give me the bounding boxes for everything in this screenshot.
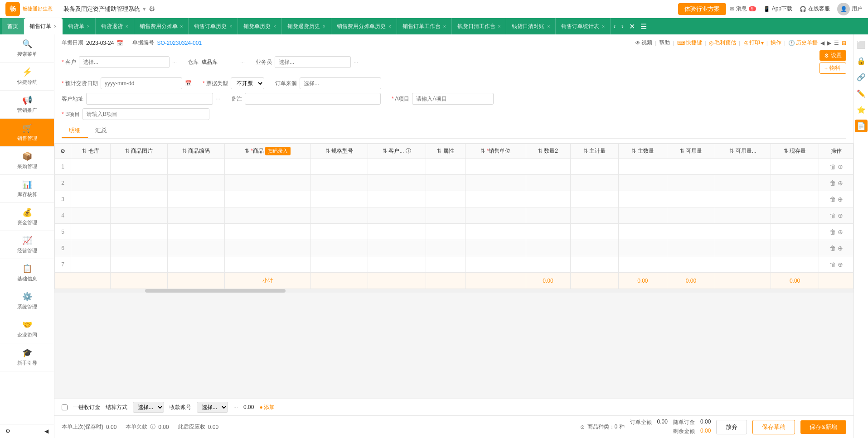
close-icon[interactable]: × (323, 24, 325, 29)
copy-row-button[interactable]: ⊕ (838, 196, 843, 203)
close-icon[interactable]: × (229, 24, 232, 29)
chevron-down-icon[interactable]: ▾ (143, 5, 146, 12)
close-icon[interactable]: × (180, 24, 183, 29)
grid-view-btn[interactable]: ⊞ (842, 40, 846, 46)
copy-row-button[interactable]: ⊕ (838, 261, 843, 268)
copy-row-button[interactable]: ⊕ (838, 245, 843, 252)
forecast-action[interactable]: ◎ 毛利预估 (709, 39, 736, 47)
sidebar-item-finance[interactable]: 💰 资金管理 (0, 203, 54, 231)
calendar2-icon[interactable]: 📅 (185, 80, 192, 87)
sidebar-toggle[interactable]: ⚙ ◀ (0, 424, 54, 438)
warehouse-ellipsis[interactable]: ··· (240, 59, 245, 65)
delete-row-button[interactable]: 🗑 (829, 228, 836, 236)
list-view-btn[interactable]: ☰ (834, 40, 839, 46)
help-action[interactable]: 帮助 (659, 39, 670, 47)
tab-prev-button[interactable]: ‹ (611, 22, 618, 30)
horizontal-scrollbar[interactable] (54, 289, 853, 293)
tab-close-all-button[interactable]: ✕ (626, 22, 638, 31)
tab-sales-return[interactable]: 销货退货 × (96, 18, 134, 34)
save-draft-button[interactable]: 保存草稿 (752, 420, 795, 434)
account-select[interactable]: 选择... (197, 402, 228, 413)
sidebar-item-inventory[interactable]: 📊 库存核算 (0, 175, 54, 203)
left-arrow-btn[interactable]: ◀ (820, 40, 824, 46)
copy-row-button[interactable]: ⊕ (838, 228, 843, 236)
tab-next-button[interactable]: › (618, 22, 626, 30)
sidebar-item-nav[interactable]: ⚡ 快捷导航 (0, 63, 54, 91)
tab-sales-order[interactable]: 销售订单 × (24, 18, 63, 34)
address-input[interactable] (86, 93, 213, 105)
sidebar-item-base[interactable]: 📋 基础信息 (0, 259, 54, 287)
sidebar-item-search[interactable]: 🔍 搜索菜单 (0, 34, 54, 63)
customer-input[interactable] (79, 56, 170, 68)
close-icon[interactable]: × (87, 24, 90, 29)
tab-daily-reconcile[interactable]: 钱货日清对账 × (506, 18, 556, 34)
delete-row-button[interactable]: 🗑 (829, 163, 836, 170)
tab-stats[interactable]: 销售订单统计表 × (556, 18, 611, 34)
right-arrow-btn[interactable]: ▶ (827, 40, 831, 46)
note-input[interactable] (245, 93, 381, 105)
col-config[interactable]: ⚙ (55, 144, 71, 159)
settings-button[interactable]: ⚙ 设置 (820, 50, 846, 61)
close-icon[interactable]: × (273, 24, 276, 29)
save-new-button[interactable]: 保存&新增 (800, 420, 846, 434)
copy-row-button[interactable]: ⊕ (838, 163, 843, 170)
sidebar-item-guide[interactable]: 🎓 新手引导 (0, 343, 54, 371)
right-panel-icon-1[interactable]: ⬜ (855, 38, 868, 51)
scroll-thumb[interactable] (145, 289, 286, 293)
sidebar-item-enterprise[interactable]: 🤝 企业协同 (0, 315, 54, 343)
a-project-input[interactable] (412, 93, 494, 105)
close-icon[interactable]: × (126, 24, 128, 29)
app-download-button[interactable]: 📱 App下载 (763, 5, 792, 13)
delete-row-button[interactable]: 🗑 (829, 261, 836, 268)
online-service-button[interactable]: 🎧 在线客服 (800, 5, 830, 13)
tab-home[interactable]: 首页 (2, 18, 24, 34)
operate-action[interactable]: 操作 (771, 39, 781, 47)
right-panel-icon-5[interactable]: ⭐ (855, 103, 868, 116)
close-icon[interactable]: × (54, 24, 57, 29)
tab-detail[interactable]: 明细 (62, 124, 88, 138)
close-icon[interactable]: × (443, 24, 446, 29)
sidebar-item-marketing[interactable]: 📢 营销推广 (0, 91, 54, 119)
tab-sales-bill[interactable]: 销货单 × (63, 18, 96, 34)
settings-icon[interactable]: ⚙ (149, 5, 155, 13)
delete-row-button[interactable]: 🗑 (829, 196, 836, 203)
right-panel-icon-3[interactable]: 🔗 (855, 71, 868, 83)
close-icon[interactable]: × (498, 24, 501, 29)
copy-row-button[interactable]: ⊕ (838, 179, 843, 187)
close-icon[interactable]: × (547, 24, 550, 29)
tab-sales-bill-history[interactable]: 销货单历史 × (238, 18, 282, 34)
add-payment-button[interactable]: ● 添加 (259, 404, 274, 411)
discard-button[interactable]: 放弃 (716, 420, 747, 434)
sidebar-item-purchase[interactable]: 📦 采购管理 (0, 147, 54, 175)
tab-expense-history[interactable]: 销售费用分摊单历史 × (331, 18, 397, 34)
tab-summary[interactable]: 汇总 (88, 124, 114, 138)
close-icon[interactable]: × (388, 24, 391, 29)
view-action[interactable]: 👁 视频 (635, 39, 652, 47)
delete-row-button[interactable]: 🗑 (829, 179, 836, 187)
customer-ellipsis[interactable]: ··· (172, 59, 177, 65)
right-panel-icon-2[interactable]: 🔒 (855, 54, 868, 67)
sidebar-item-system[interactable]: ⚙️ 系统管理 (0, 287, 54, 315)
message-button[interactable]: ✉ 消息 9 (730, 5, 756, 13)
tab-sales-expense[interactable]: 销售费用分摊单 × (134, 18, 189, 34)
user-avatar[interactable]: 👤 用户 (837, 3, 863, 15)
one-click-checkbox[interactable] (62, 404, 68, 410)
tab-sales-order-history[interactable]: 销售订单历史 × (189, 18, 238, 34)
right-panel-icon-4[interactable]: ✏️ (855, 87, 868, 100)
address-ellipsis[interactable]: ··· (216, 96, 220, 102)
delete-row-button[interactable]: 🗑 (829, 212, 836, 219)
calendar-icon[interactable]: 📅 (116, 40, 123, 46)
tab-menu-button[interactable]: ☰ (638, 22, 650, 31)
b-project-input[interactable] (82, 108, 209, 120)
tab-order-workbench[interactable]: 销售订单工作台 × (397, 18, 452, 34)
payment-method-select[interactable]: 选择... (133, 402, 164, 413)
invoice-type-select[interactable]: 不开票 (231, 77, 264, 89)
print-action[interactable]: 🖨 打印 ▾ (743, 39, 764, 47)
scan-button[interactable]: 扫码录入 (265, 147, 291, 155)
staff-input[interactable] (275, 56, 351, 68)
delete-row-button[interactable]: 🗑 (829, 245, 836, 252)
tab-return-history[interactable]: 销货退货历史 × (282, 18, 331, 34)
add-material-button[interactable]: + 物料 (820, 63, 846, 74)
history-action[interactable]: 🕐 历史单据 (788, 39, 818, 47)
close-icon[interactable]: × (602, 24, 605, 29)
